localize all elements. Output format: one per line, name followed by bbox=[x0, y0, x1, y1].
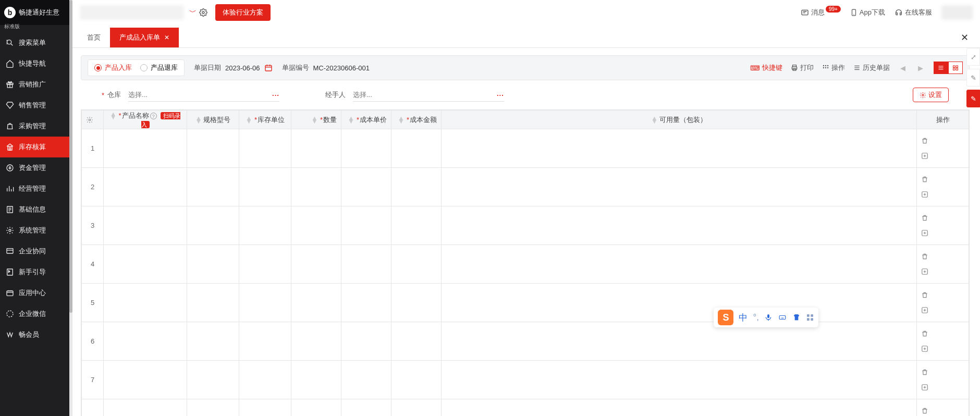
cell-name[interactable] bbox=[104, 245, 187, 284]
table-row[interactable]: 2 bbox=[82, 168, 969, 206]
help-icon[interactable]: ? bbox=[150, 113, 157, 119]
cell-amount[interactable] bbox=[391, 399, 442, 417]
add-row-icon[interactable] bbox=[921, 268, 964, 275]
sidebar-item-14[interactable]: 畅会员 bbox=[0, 324, 69, 345]
cell-price[interactable] bbox=[341, 206, 391, 245]
cell-available[interactable] bbox=[442, 284, 917, 322]
print-button[interactable]: 打印 bbox=[791, 63, 814, 72]
view-list-button[interactable] bbox=[934, 62, 948, 74]
cell-available[interactable] bbox=[442, 245, 917, 284]
cell-name[interactable] bbox=[104, 322, 187, 361]
header-gear[interactable] bbox=[82, 111, 104, 129]
cell-qty[interactable] bbox=[291, 245, 341, 284]
delete-row-icon[interactable] bbox=[921, 407, 964, 414]
cell-price[interactable] bbox=[341, 284, 391, 322]
add-row-icon[interactable] bbox=[921, 384, 964, 391]
date-value[interactable]: 2023-06-06 bbox=[225, 64, 260, 72]
account-switcher[interactable]: ﹀ bbox=[80, 5, 197, 20]
cell-amount[interactable] bbox=[391, 168, 442, 206]
cell-price[interactable] bbox=[341, 129, 391, 168]
delete-row-icon[interactable] bbox=[921, 369, 964, 376]
cell-spec[interactable] bbox=[187, 206, 239, 245]
header-amount[interactable]: ▲▼*成本金额 bbox=[391, 111, 442, 129]
next-doc-icon[interactable]: ▶ bbox=[916, 64, 925, 72]
cell-amount[interactable] bbox=[391, 322, 442, 361]
cell-available[interactable] bbox=[442, 322, 917, 361]
sidebar-item-1[interactable]: 快捷导航 bbox=[0, 53, 69, 74]
cell-qty[interactable] bbox=[291, 361, 341, 399]
gear-icon[interactable] bbox=[197, 6, 210, 19]
cell-unit[interactable] bbox=[239, 284, 291, 322]
rail-expand-icon[interactable]: ⤢ bbox=[966, 48, 980, 66]
cell-available[interactable] bbox=[442, 129, 917, 168]
tab-finished-goods-in[interactable]: 产成品入库单 ✕ bbox=[110, 28, 179, 47]
cell-price[interactable] bbox=[341, 245, 391, 284]
cell-name[interactable] bbox=[104, 284, 187, 322]
cell-unit[interactable] bbox=[239, 168, 291, 206]
cell-spec[interactable] bbox=[187, 322, 239, 361]
messages-button[interactable]: 消息 99+ bbox=[801, 8, 841, 17]
cell-price[interactable] bbox=[341, 361, 391, 399]
sidebar-item-9[interactable]: 系统管理 bbox=[0, 220, 69, 241]
table-row[interactable]: 3 bbox=[82, 206, 969, 245]
sidebar-item-11[interactable]: 新手引导 bbox=[0, 262, 69, 283]
cell-unit[interactable] bbox=[239, 399, 291, 417]
add-row-icon[interactable] bbox=[921, 307, 964, 314]
cell-spec[interactable] bbox=[187, 129, 239, 168]
cell-unit[interactable] bbox=[239, 129, 291, 168]
history-button[interactable]: 历史单据 bbox=[853, 63, 890, 72]
settings-button[interactable]: 设置 bbox=[913, 88, 949, 102]
ime-toolbox-icon[interactable] bbox=[806, 313, 814, 322]
cell-available[interactable] bbox=[442, 399, 917, 417]
sidebar-item-2[interactable]: 营销推广 bbox=[0, 74, 69, 95]
cell-amount[interactable] bbox=[391, 361, 442, 399]
ime-skin-icon[interactable] bbox=[792, 313, 801, 322]
header-qty[interactable]: ▲▼*数量 bbox=[291, 111, 341, 129]
table-row[interactable]: 4 bbox=[82, 245, 969, 284]
sidebar-item-3[interactable]: 销售管理 bbox=[0, 95, 69, 116]
add-row-icon[interactable] bbox=[921, 191, 964, 198]
cell-price[interactable] bbox=[341, 168, 391, 206]
handler-select[interactable] bbox=[353, 88, 504, 102]
radio-product-in[interactable]: 产品入库 bbox=[94, 63, 132, 72]
add-row-icon[interactable] bbox=[921, 229, 964, 237]
sidebar-item-7[interactable]: 经营管理 bbox=[0, 178, 69, 199]
sidebar-item-6[interactable]: 资金管理 bbox=[0, 157, 69, 178]
support-button[interactable]: 在线客服 bbox=[895, 8, 932, 17]
close-icon[interactable]: ✕ bbox=[164, 34, 169, 41]
cell-qty[interactable] bbox=[291, 399, 341, 417]
cell-available[interactable] bbox=[442, 361, 917, 399]
cell-spec[interactable] bbox=[187, 361, 239, 399]
hotkeys-button[interactable]: ⌨ 快捷键 bbox=[750, 63, 782, 72]
header-unit[interactable]: ▲▼*库存单位 bbox=[239, 111, 291, 129]
table-row[interactable]: 6 bbox=[82, 322, 969, 361]
delete-row-icon[interactable] bbox=[921, 291, 964, 299]
cell-unit[interactable] bbox=[239, 206, 291, 245]
calendar-icon[interactable] bbox=[264, 64, 273, 72]
table-row[interactable]: 1 bbox=[82, 129, 969, 168]
cell-amount[interactable] bbox=[391, 284, 442, 322]
cell-unit[interactable] bbox=[239, 245, 291, 284]
more-icon[interactable]: ··· bbox=[497, 91, 504, 99]
tab-home[interactable]: 首页 bbox=[78, 28, 110, 47]
cell-qty[interactable] bbox=[291, 322, 341, 361]
header-product-name[interactable]: ▲▼*产品名称? 扫码录入 bbox=[104, 111, 187, 129]
cell-qty[interactable] bbox=[291, 168, 341, 206]
cell-name[interactable] bbox=[104, 168, 187, 206]
sidebar-item-8[interactable]: 基础信息 bbox=[0, 199, 69, 220]
more-icon[interactable]: ··· bbox=[272, 91, 279, 99]
delete-row-icon[interactable] bbox=[921, 330, 964, 337]
view-card-button[interactable] bbox=[948, 62, 963, 74]
table-row[interactable]: 8 bbox=[82, 399, 969, 417]
cell-spec[interactable] bbox=[187, 399, 239, 417]
cell-unit[interactable] bbox=[239, 361, 291, 399]
cell-amount[interactable] bbox=[391, 245, 442, 284]
cell-name[interactable] bbox=[104, 361, 187, 399]
ime-punct-icon[interactable]: °, bbox=[753, 312, 759, 323]
cell-name[interactable] bbox=[104, 129, 187, 168]
header-spec[interactable]: ▲▼规格型号 bbox=[187, 111, 239, 129]
rail-edit-icon[interactable]: ✎ bbox=[966, 69, 980, 87]
delete-row-icon[interactable] bbox=[921, 137, 964, 144]
header-price[interactable]: ▲▼*成本单价 bbox=[341, 111, 391, 129]
sidebar-scrollbar[interactable] bbox=[69, 0, 72, 416]
